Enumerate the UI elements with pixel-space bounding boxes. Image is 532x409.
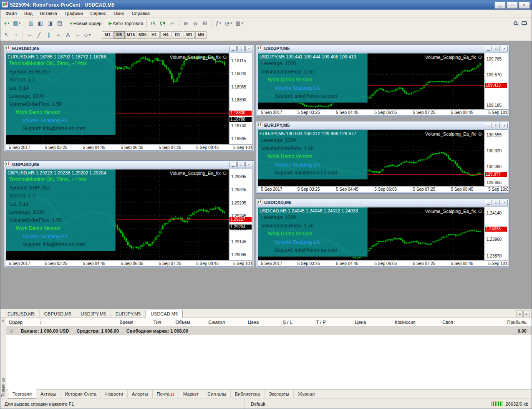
- terminal-tab[interactable]: Сигналы: [203, 390, 231, 398]
- terminal-column-header[interactable]: Объем: [168, 320, 197, 325]
- chart-tab[interactable]: GBPUSD,M5: [40, 310, 76, 318]
- menu-item[interactable]: Справка: [128, 10, 154, 17]
- candlestick-plot[interactable]: Leverage: 1000VolumeOrderFlow: 1.50Work …: [258, 207, 484, 260]
- terminal-column-header[interactable]: Своп: [427, 320, 469, 325]
- candlestick-plot[interactable]: TerminalMonitor ON, 79ms, ~14msSymbol: G…: [6, 169, 229, 260]
- timeframe-button[interactable]: H1: [149, 31, 160, 39]
- search-icon[interactable]: [514, 21, 517, 25]
- tab-scroll-left-button[interactable]: ◂: [516, 311, 523, 317]
- status-profile[interactable]: Default: [245, 399, 307, 409]
- new-chart-button[interactable]: +▾: [2, 19, 11, 28]
- terminal-tab[interactable]: Библиотека: [231, 390, 265, 398]
- chart-maximize-button[interactable]: □: [237, 46, 245, 51]
- time-axis[interactable]: 5 Sep 20175 Sep 03:255 Sep 04:455 Sep 06…: [6, 260, 252, 266]
- tile-windows-button[interactable]: ⊞: [200, 19, 210, 28]
- chart-close-button[interactable]: ×: [245, 46, 252, 51]
- menu-item[interactable]: Вставка: [36, 10, 61, 17]
- timeframe-button[interactable]: M30: [137, 31, 148, 39]
- terminal-column-header[interactable]: T / P: [304, 320, 338, 325]
- tab-scroll-right-button[interactable]: ▸: [523, 311, 530, 317]
- price-scale[interactable]: 1.241401.239601.238701.24033: [484, 207, 508, 260]
- terminal-column-header[interactable]: Комиссия: [383, 320, 427, 325]
- price-scale[interactable]: 109.765109.570109.185109.413: [484, 53, 508, 109]
- shapes-button[interactable]: ◇▾: [82, 30, 92, 40]
- candlestick-plot[interactable]: TerminalMonitor ON, 59ms, ~14msSymbol: E…: [6, 53, 229, 144]
- chart-maximize-button[interactable]: □: [493, 46, 500, 51]
- chart-window-titlebar[interactable]: EURUSD,M5 ▁ □ ×: [4, 45, 254, 52]
- zoom-out-button[interactable]: ⊖: [191, 19, 200, 28]
- chart-close-button[interactable]: ×: [501, 123, 508, 128]
- chart-close-button[interactable]: ×: [501, 46, 508, 51]
- candlestick-plot[interactable]: Leverage: 1000VolumeOrderFlow: 1.50Work …: [258, 53, 484, 109]
- terminal-tab[interactable]: Алерты: [128, 390, 153, 398]
- trendline-button[interactable]: ╱: [34, 30, 44, 40]
- terminal-toggle-button[interactable]: ▤: [55, 19, 64, 28]
- terminal-column-header[interactable]: Цена: [236, 320, 271, 325]
- market-watch-button[interactable]: ▥: [26, 19, 35, 28]
- timeframe-button[interactable]: M1: [102, 31, 113, 39]
- navigator-button[interactable]: ◨: [45, 19, 55, 28]
- maximize-button[interactable]: □: [507, 2, 518, 9]
- profiles-button[interactable]: ▦▾: [11, 19, 22, 28]
- terminal-column-header[interactable]: S / L: [271, 320, 304, 325]
- templates-button[interactable]: ▨▾: [234, 19, 245, 28]
- chart-window-titlebar[interactable]: USDJPY,M5 ▁ □ ×: [256, 45, 509, 52]
- terminal-tab[interactable]: Активы: [36, 390, 61, 398]
- menu-item[interactable]: Окно: [110, 10, 128, 17]
- chart-minimize-button[interactable]: ▁: [485, 200, 492, 205]
- menu-item[interactable]: Графики: [61, 10, 87, 17]
- terminal-tab[interactable]: Почта13: [153, 390, 179, 398]
- chart-close-button[interactable]: ×: [501, 200, 508, 205]
- chart-minimize-button[interactable]: ▁: [229, 162, 237, 167]
- chart-maximize-button[interactable]: □: [237, 162, 245, 167]
- terminal-tab[interactable]: Эксперты: [265, 390, 294, 398]
- horizontal-line-button[interactable]: ─: [25, 30, 34, 40]
- time-axis[interactable]: 5 Sep 20175 Sep 03:255 Sep 04:455 Sep 06…: [258, 186, 508, 192]
- channel-button[interactable]: ∥: [44, 30, 53, 40]
- chart-maximize-button[interactable]: □: [493, 123, 500, 128]
- terminal-column-header[interactable]: Тип: [146, 320, 168, 325]
- menu-item[interactable]: Вид: [20, 10, 36, 17]
- chart-tab[interactable]: EURUSD,M5: [3, 310, 40, 318]
- candlestick-plot[interactable]: Leverage: 1000VolumeOrderFlow: 1.50Work …: [258, 130, 484, 186]
- chart-close-button[interactable]: ×: [245, 162, 252, 167]
- timeframe-button[interactable]: M15: [125, 31, 136, 39]
- terminal-tab[interactable]: Новости: [101, 390, 128, 398]
- timeframe-button[interactable]: W1: [184, 31, 195, 39]
- arrow-tool-button[interactable]: →: [73, 30, 82, 40]
- close-button[interactable]: ×: [519, 2, 530, 9]
- menu-item[interactable]: Файл: [2, 10, 20, 17]
- chart-tab[interactable]: EURJPY,M5: [111, 310, 146, 318]
- chart-minimize-button[interactable]: ▁: [485, 123, 492, 128]
- time-axis[interactable]: 5 Sep 20175 Sep 03:255 Sep 04:455 Sep 06…: [258, 109, 508, 115]
- crosshair-button[interactable]: +: [11, 30, 21, 40]
- autotrading-button[interactable]: ▶Авто-торговля: [107, 19, 144, 28]
- chart-tab[interactable]: USDCAD,M5: [146, 310, 183, 318]
- time-axis[interactable]: 5 Sep 20175 Sep 03:255 Sep 04:455 Sep 06…: [258, 260, 508, 266]
- terminal-tab[interactable]: Торговля: [8, 389, 36, 399]
- chat-icon[interactable]: [522, 21, 527, 25]
- cursor-button[interactable]: ↖: [2, 30, 11, 40]
- new-order-button[interactable]: +Новый ордер: [68, 19, 103, 28]
- price-scale[interactable]: 130.555130.320130.090129.855129.977: [484, 130, 508, 186]
- text-tool-button[interactable]: A: [63, 30, 73, 40]
- candlestick-button[interactable]: [158, 19, 168, 28]
- minimize-button[interactable]: ▁: [494, 2, 506, 9]
- chart-window-titlebar[interactable]: GBPUSD,M5 ▁ □ ×: [4, 161, 254, 168]
- timeframe-button[interactable]: MN: [195, 31, 207, 39]
- time-axis[interactable]: 5 Sep 20175 Sep 03:255 Sep 04:455 Sep 06…: [6, 144, 252, 150]
- terminal-tab[interactable]: История Счета: [61, 390, 101, 398]
- timeframe-button[interactable]: D1: [172, 31, 183, 39]
- terminal-column-header[interactable]: Цена: [338, 320, 383, 325]
- data-window-button[interactable]: ◧: [35, 19, 45, 28]
- terminal-close-button[interactable]: ×: [2, 318, 4, 323]
- timeframe-button[interactable]: H4: [160, 31, 171, 39]
- bar-chart-button[interactable]: [149, 19, 158, 28]
- indicators-button[interactable]: ƒ▾: [214, 19, 223, 28]
- terminal-tab[interactable]: Журнал: [294, 390, 319, 398]
- price-scale[interactable]: 1.191151.190401.189651.188901.188151.187…: [229, 53, 252, 144]
- chart-window-titlebar[interactable]: USDCAD,M5 ▁ □ ×: [256, 199, 509, 206]
- chart-minimize-button[interactable]: ▁: [485, 46, 492, 51]
- terminal-column-header[interactable]: Ордер/: [6, 320, 106, 325]
- chart-tab[interactable]: USDJPY,M5: [76, 310, 111, 318]
